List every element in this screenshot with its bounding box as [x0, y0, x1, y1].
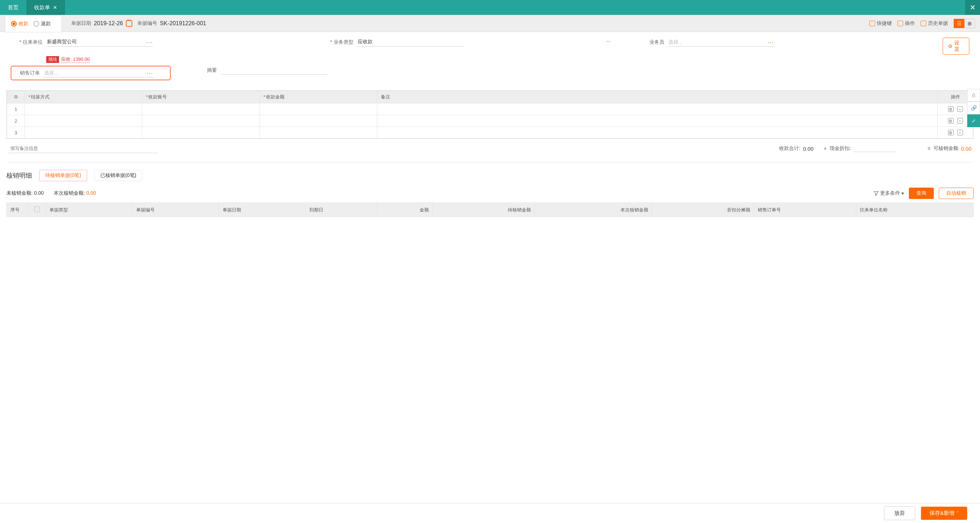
col-party-name: 往来单位名称 [856, 203, 973, 217]
checkbox-icon [34, 206, 40, 212]
col-due: 到期日 [305, 203, 377, 217]
link-icon: 🔗 [971, 105, 977, 111]
writeoff-title: 核销明细 [6, 171, 32, 180]
payment-lines-table: ⚙ 结算方式 收款账号 收款金额 备注 操作 1 🗑＋ 2 🗑＋ [6, 90, 974, 139]
col-order-no: 销售订单号 [754, 203, 856, 217]
shortcut-button[interactable]: 快捷键 [869, 20, 892, 27]
table-row[interactable]: 2 🗑＋ [7, 115, 973, 127]
table-row[interactable]: 3 🗑＋ [7, 127, 973, 139]
salesorder-highlight: 销售订单 ⋯ [11, 66, 171, 80]
tab-done-writeoff[interactable]: 已核销单据(0笔) [94, 170, 142, 181]
table-row[interactable]: 1 🗑＋ [7, 103, 973, 115]
add-row-icon[interactable]: ＋ [957, 130, 963, 135]
expand-icon: ⤢ [972, 118, 976, 124]
col-amount: 收款金额 [259, 91, 377, 103]
chevron-down-icon: ▾ [901, 190, 904, 196]
col-checkbox[interactable] [28, 203, 46, 217]
view-list-button[interactable]: ☰ [954, 19, 964, 28]
salesperson-label: 业务员 [632, 39, 664, 46]
docno-value: SK-20191226-001 [160, 20, 206, 27]
tab-receipt[interactable]: 收款单✕ [26, 0, 65, 15]
tab-pending-writeoff[interactable]: 待核销单据(0笔) [39, 170, 87, 181]
col-remark: 备注 [377, 91, 938, 103]
more-conditions-button[interactable]: 更多条件 ▾ [874, 190, 904, 197]
col-amount: 金额 [377, 203, 433, 217]
salesorder-label: 销售订单 [15, 70, 40, 76]
biztype-label: 业务类型 [321, 39, 353, 46]
history-icon [921, 21, 926, 26]
docno-label: 单据编号 [137, 20, 157, 27]
gear-icon: ⚙ [948, 43, 953, 49]
biztype-select[interactable] [357, 38, 464, 46]
auto-writeoff-button[interactable]: 自动核销 [939, 188, 974, 199]
party-label: 往来单位 [11, 39, 43, 46]
col-account: 收款账号 [142, 91, 259, 103]
party-input[interactable] [46, 38, 153, 46]
dock-expand-button[interactable]: ⤢ [967, 114, 980, 127]
tab-home[interactable]: 首页 [0, 0, 26, 15]
radio-refund[interactable]: 退款 [33, 21, 51, 27]
party-lookup-icon[interactable]: ⋯ [146, 38, 153, 46]
delete-row-icon[interactable]: 🗑 [948, 106, 954, 112]
close-icon[interactable]: ✕ [53, 5, 57, 10]
filter-icon [874, 191, 879, 196]
summary-bar: 收款合计: 0.00 + 现金折扣: = 可核销金额 0.00 [0, 139, 980, 158]
receivable-amount[interactable]: 应收: 1390.00 [61, 56, 90, 63]
total-value: 0.00 [803, 146, 821, 152]
table-settings-header[interactable]: ⚙ [7, 91, 25, 103]
writeoff-section: 核销明细 待核销单据(0笔) 已核销单据(0笔) 未核销金额: 0.00 本次核… [6, 162, 974, 288]
salesperson-input[interactable] [668, 38, 775, 46]
operate-button[interactable]: 操作 [897, 20, 915, 27]
right-dock: ⎙ 🔗 ⤢ [967, 89, 980, 127]
writeoffable-label: 可核销金额 [934, 145, 958, 152]
salesorder-input[interactable] [43, 68, 154, 78]
discount-label: 现金折扣: [830, 145, 851, 152]
unwritten-label: 未核销金额: 0.00 [6, 190, 44, 197]
view-grid-button[interactable]: ⊞ [964, 19, 975, 28]
delete-row-icon[interactable]: 🗑 [948, 130, 954, 135]
col-type: 单据类型 [46, 203, 133, 217]
app-close-button[interactable]: ✕ [965, 0, 980, 15]
summary-label: 摘要 [185, 67, 217, 74]
settings-button[interactable]: ⚙设置 [943, 38, 969, 55]
delete-row-icon[interactable]: 🗑 [948, 118, 954, 124]
keyboard-icon [869, 21, 875, 26]
notes-input[interactable] [8, 144, 158, 153]
query-button[interactable]: 查询 [909, 188, 934, 199]
header-bar: 收款 退款 单据日期 2019-12-26 单据编号 SK-20191226-0… [0, 15, 980, 32]
thistime-label: 本次核销金额: 0.00 [54, 190, 96, 197]
gear-icon: ⚙ [13, 94, 19, 100]
settle-badge: 现结 [46, 56, 59, 63]
col-date: 单据日期 [219, 203, 306, 217]
add-row-icon[interactable]: ＋ [957, 118, 963, 124]
col-thistime: 本次核销金额 [535, 203, 652, 217]
history-button[interactable]: 历史单据 [921, 20, 948, 27]
dock-print-button[interactable]: ⎙ [967, 89, 980, 101]
summary-input[interactable] [221, 66, 327, 74]
receipt-refund-radio-group: 收款 退款 [5, 15, 62, 32]
form-area: 往来单位 ⋯ 业务类型 ﹀ 业务员 ⋯ ⚙设置 现结 应收: 139 [0, 32, 980, 87]
add-row-icon[interactable]: ＋ [957, 106, 963, 112]
printer-icon: ⎙ [972, 92, 975, 98]
date-label: 单据日期 [71, 20, 91, 27]
calendar-icon[interactable] [126, 20, 132, 27]
view-toggle: ☰ ⊞ [954, 19, 975, 28]
top-tab-bar: 首页 收款单✕ ✕ [0, 0, 980, 15]
col-discount-alloc: 折扣分摊额 [652, 203, 754, 217]
chevron-down-icon[interactable]: ﹀ [606, 39, 611, 46]
col-pending: 待核销金额 [433, 203, 535, 217]
grid-icon [897, 21, 903, 26]
writeoff-table-body [6, 217, 974, 288]
writeoff-table: 序号 单据类型 单据编号 单据日期 到期日 金额 待核销金额 本次核销金额 折扣… [6, 203, 974, 217]
date-value[interactable]: 2019-12-26 [94, 20, 123, 27]
col-method: 结算方式 [25, 91, 142, 103]
party-status-row: 现结 应收: 1390.00 [46, 56, 90, 63]
discount-input[interactable] [854, 145, 896, 152]
dock-link-button[interactable]: 🔗 [967, 101, 980, 114]
writeoffable-value: 0.00 [961, 146, 972, 152]
salesorder-lookup-icon[interactable]: ⋯ [146, 69, 154, 77]
col-no: 单据编号 [132, 203, 219, 217]
col-seq: 序号 [7, 203, 28, 217]
radio-receipt[interactable]: 收款 [11, 21, 29, 27]
salesperson-lookup-icon[interactable]: ⋯ [767, 38, 775, 46]
